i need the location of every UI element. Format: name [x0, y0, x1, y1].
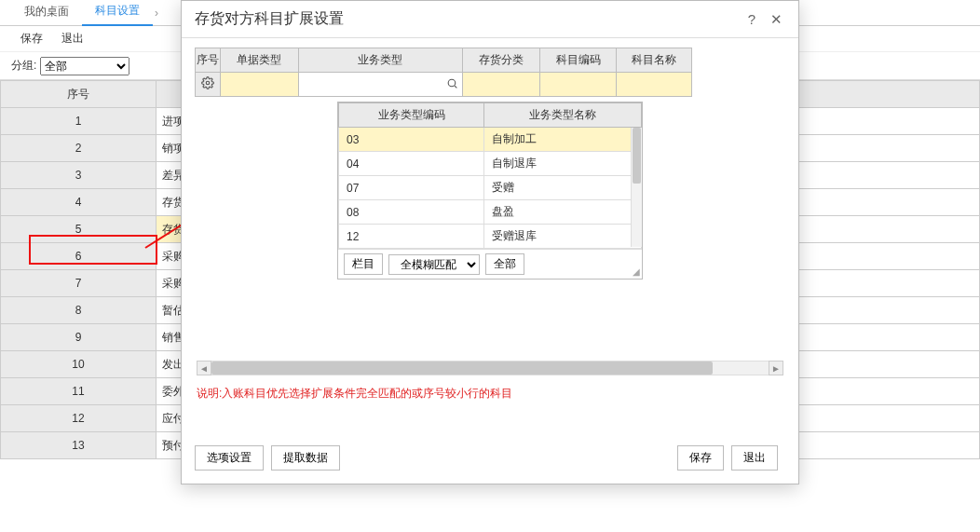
close-icon[interactable]: ✕	[767, 10, 785, 29]
col-subject-code[interactable]: 科目编码	[540, 48, 617, 73]
row-seq: 12	[1, 405, 157, 432]
biz-type-dropdown: 业务类型编码 业务类型名称 03自制加工04自制退库07受赠08盘盈12受赠退库…	[337, 102, 643, 280]
biz-code: 03	[339, 128, 484, 152]
popup-col-name[interactable]: 业务类型名称	[484, 103, 642, 128]
tab-subject-setup[interactable]: 科目设置	[82, 0, 153, 26]
row-seq: 3	[1, 162, 157, 189]
col-bill-type[interactable]: 单据类型	[220, 48, 298, 73]
list-item[interactable]: 03自制加工	[339, 128, 642, 152]
popup-scroll-thumb[interactable]	[633, 128, 641, 184]
popup-col-code[interactable]: 业务类型编码	[339, 103, 484, 128]
dialog-footer: 选项设置 提取数据 保存 退出	[195, 445, 785, 471]
list-item[interactable]: 08盘盈	[339, 200, 642, 225]
fetch-data-button[interactable]: 提取数据	[271, 445, 340, 471]
group-select[interactable]: 全部	[40, 57, 129, 75]
exit-button[interactable]: 退出	[731, 445, 778, 471]
biz-code: 04	[339, 152, 484, 176]
row-seq: 8	[1, 297, 157, 324]
save-button[interactable]: 保存	[677, 445, 724, 471]
dialog-titlebar: 存货对方科目扩展设置 ? ✕	[182, 1, 798, 38]
exit-action[interactable]: 退出	[52, 29, 93, 48]
match-mode-select[interactable]: 全模糊匹配	[388, 254, 480, 275]
horizontal-scrollbar[interactable]: ◄ ►	[197, 361, 783, 375]
search-icon[interactable]	[446, 77, 458, 92]
filter-subject-code[interactable]	[540, 73, 617, 97]
svg-line-3	[455, 86, 456, 88]
biz-name: 自制退库	[484, 152, 642, 176]
svg-point-2	[448, 79, 456, 87]
biz-code: 12	[339, 225, 484, 249]
row-seq: 10	[1, 351, 157, 378]
col-seq: 序号	[1, 81, 157, 108]
col-biz-type[interactable]: 业务类型	[298, 48, 462, 73]
all-button[interactable]: 全部	[485, 253, 524, 275]
tab-desktop[interactable]: 我的桌面	[11, 0, 82, 25]
scroll-thumb[interactable]	[211, 361, 713, 375]
row-seq: 9	[1, 324, 157, 351]
row-seq: 7	[1, 270, 157, 297]
biz-name: 盘盈	[484, 200, 642, 225]
dialog-extended-subject: 存货对方科目扩展设置 ? ✕ 序号 单据类型 业务类型 存货分类 科目编码 科目…	[181, 0, 799, 484]
dialog-body: 序号 单据类型 业务类型 存货分类 科目编码 科目名称	[182, 38, 798, 430]
popup-footer: 栏目 全模糊匹配 全部 ◢	[338, 249, 642, 279]
row-seq: 1	[1, 108, 157, 135]
scroll-right-icon[interactable]: ►	[769, 361, 783, 375]
row-seq: 5	[1, 216, 157, 243]
biz-code: 08	[339, 200, 484, 225]
gear-icon[interactable]	[196, 73, 221, 97]
col-subject-name[interactable]: 科目名称	[617, 48, 692, 73]
row-seq: 4	[1, 189, 157, 216]
list-item[interactable]: 07受赠	[339, 176, 642, 200]
chevron-right-icon: ›	[155, 7, 158, 20]
biz-name: 自制加工	[484, 128, 642, 152]
biz-name: 受赠退库	[484, 225, 642, 249]
biz-type-search-input[interactable]	[303, 76, 446, 93]
row-seq: 11	[1, 378, 157, 405]
options-button[interactable]: 选项设置	[195, 445, 264, 471]
col-inventory-class[interactable]: 存货分类	[462, 48, 540, 73]
filter-inventory-class[interactable]	[462, 73, 540, 97]
row-seq: 13	[1, 432, 157, 459]
filter-subject-name[interactable]	[617, 73, 692, 97]
col-seq-header: 序号	[196, 48, 221, 73]
criteria-table: 序号 单据类型 业务类型 存货分类 科目编码 科目名称	[195, 48, 692, 97]
svg-point-1	[206, 81, 210, 85]
list-item[interactable]: 04自制退库	[339, 152, 642, 176]
save-action[interactable]: 保存	[11, 29, 52, 48]
filter-bill-type[interactable]	[220, 73, 298, 97]
dialog-title: 存货对方科目扩展设置	[195, 9, 737, 29]
biz-code: 07	[339, 176, 484, 200]
scroll-left-icon[interactable]: ◄	[197, 361, 211, 375]
popup-scrollbar[interactable]	[631, 128, 642, 247]
list-item[interactable]: 12受赠退库	[339, 225, 642, 249]
row-seq: 6	[1, 243, 157, 270]
help-icon[interactable]: ?	[742, 10, 761, 29]
group-label: 分组:	[11, 58, 36, 74]
row-seq: 2	[1, 135, 157, 162]
instruction-text: 说明:入账科目优先选择扩展条件完全匹配的或序号较小行的科目	[197, 386, 512, 402]
filter-biz-type[interactable]	[298, 73, 462, 97]
scroll-track[interactable]	[211, 361, 769, 375]
resize-grip-icon[interactable]: ◢	[633, 266, 640, 277]
biz-name: 受赠	[484, 176, 642, 200]
column-button[interactable]: 栏目	[344, 253, 383, 275]
